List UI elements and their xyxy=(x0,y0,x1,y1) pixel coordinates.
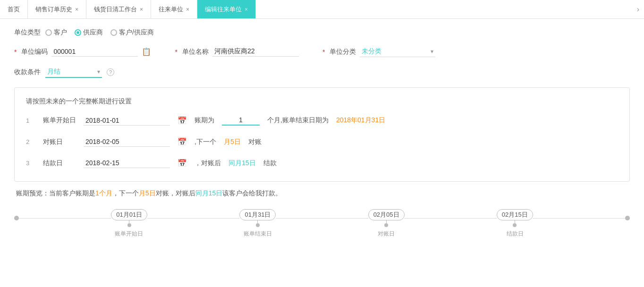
payment-terms-value: 月结 xyxy=(47,68,94,76)
tab-sales-order-history-close[interactable]: × xyxy=(75,6,78,13)
unit-category-label: 单位分类 xyxy=(330,48,356,56)
period-months-input[interactable] xyxy=(222,115,260,126)
period-desc-prefix-2: ,下一个 xyxy=(195,138,216,146)
radio-customer-circle xyxy=(45,29,52,36)
tab-edit-partner-label: 编辑往来单位 xyxy=(205,5,242,14)
radio-customer-label: 客户 xyxy=(54,28,67,37)
period-desc-suffix-3: 结款 xyxy=(263,159,277,168)
payment-terms-label: 收款条件 xyxy=(14,68,41,76)
unit-name-label: 单位名称 xyxy=(182,48,209,56)
timeline-dot-1 xyxy=(127,223,131,227)
timeline-seg-3 xyxy=(405,218,497,219)
timeline-dot-2 xyxy=(256,223,260,227)
period-desc-suffix-2: 对账 xyxy=(248,138,262,146)
unit-code-field: * 单位编码 📋 xyxy=(14,47,151,57)
timeline-pill-4: 02月15日 xyxy=(497,209,533,220)
timeline-sublabel-3: 对账日 xyxy=(367,230,405,238)
radio-supplier-circle xyxy=(75,29,81,36)
period-num-2: 2 xyxy=(26,138,35,145)
tab-home-label: 首页 xyxy=(8,5,20,14)
timeline-dot-3 xyxy=(384,223,388,227)
tab-cash-daily[interactable]: 钱货日清工作台 × xyxy=(86,0,151,18)
tab-sales-order-history[interactable]: 销售订单历史 × xyxy=(28,0,86,18)
period-date-1[interactable] xyxy=(84,116,170,126)
timeline-seg-4 xyxy=(533,218,625,219)
radio-customer[interactable]: 客户 xyxy=(45,28,67,37)
radio-both-label: 客户/供应商 xyxy=(119,28,154,37)
period-label-3: 结款日 xyxy=(43,159,76,168)
calendar-icon-2[interactable]: 📅 xyxy=(178,137,187,146)
unit-type-row: 单位类型 客户 供应商 客户/供应商 xyxy=(14,28,630,37)
preview-highlight2: 月5日 xyxy=(139,189,156,197)
unit-type-label: 单位类型 xyxy=(14,28,41,37)
period-desc-prefix-3: ，对账后 xyxy=(195,159,221,168)
period-row-3: 3 结款日 📅 ，对账后 同月15日 结款 xyxy=(26,158,618,168)
radio-both-circle xyxy=(110,29,117,36)
preview-prefix: 账期预览：当前客户账期是 xyxy=(16,189,95,197)
timeline-seg-0 xyxy=(19,218,111,219)
calendar-icon-3[interactable]: 📅 xyxy=(178,159,187,168)
preview-text: 账期预览：当前客户账期是1个月，下一个月5日对账，对账后同月15日该客户会给我打… xyxy=(14,189,630,198)
tab-partner-units[interactable]: 往来单位 × xyxy=(151,0,197,18)
payment-terms-select[interactable]: 月结 ▾ xyxy=(45,67,102,78)
tab-home[interactable]: 首页 xyxy=(0,0,28,18)
calendar-icon-1[interactable]: 📅 xyxy=(178,116,187,125)
period-desc-highlight-3: 同月15日 xyxy=(229,159,256,168)
unit-type-radio-group: 客户 供应商 客户/供应商 xyxy=(45,28,154,37)
timeline-end-dot xyxy=(625,216,630,220)
main-content: 单位类型 客户 供应商 客户/供应商 * 单位编码 📋 xyxy=(0,19,644,287)
timeline-start-dot xyxy=(14,216,19,220)
timeline-sublabel-4: 结款日 xyxy=(496,230,534,238)
timeline-pill-2: 01月31日 xyxy=(239,209,276,220)
timeline-sublabel-2: 账单结束日 xyxy=(239,230,277,238)
timeline-node-4: 02月15日 xyxy=(497,209,533,227)
timeline-node-3: 02月05日 xyxy=(368,209,405,227)
timeline-sublabel-1: 账单开始日 xyxy=(110,230,148,238)
radio-supplier-dot xyxy=(76,31,79,34)
radio-supplier-label: 供应商 xyxy=(83,28,103,37)
preview-mid1: ，下一个 xyxy=(112,189,139,197)
unit-category-star: * xyxy=(322,48,325,56)
period-row-1: 1 账单开始日 📅 账期为 个月,账单结束日期为 2018年01月31日 xyxy=(26,115,618,126)
unit-code-input[interactable] xyxy=(51,47,138,57)
unit-name-input[interactable] xyxy=(212,47,299,57)
period-date-3[interactable] xyxy=(84,158,170,168)
period-suffix-1: 个月,账单结束日期为 xyxy=(267,116,329,125)
radio-supplier[interactable]: 供应商 xyxy=(75,28,103,37)
tab-edit-partner-close[interactable]: × xyxy=(245,6,248,13)
tabs-more-arrow[interactable]: › xyxy=(632,0,644,18)
radio-both[interactable]: 客户/供应商 xyxy=(110,28,154,37)
unit-name-star: * xyxy=(175,48,177,56)
payment-terms-help-icon[interactable]: ? xyxy=(107,68,114,76)
period-prefix-1: 账期为 xyxy=(195,116,214,125)
preview-highlight3: 同月15日 xyxy=(195,189,223,197)
period-num-1: 1 xyxy=(26,117,35,124)
tab-cash-daily-close[interactable]: × xyxy=(140,6,143,13)
tab-partner-units-close[interactable]: × xyxy=(186,6,189,13)
unit-code-star: * xyxy=(14,48,17,56)
period-num-3: 3 xyxy=(26,160,35,167)
preview-suffix: 该客户会给我打款。 xyxy=(222,189,282,197)
unit-category-chevron: ▾ xyxy=(431,48,433,55)
timeline-sublabels: 账单开始日 账单结束日 对账日 结款日 xyxy=(14,230,630,238)
tab-partner-units-label: 往来单位 xyxy=(159,5,183,14)
unit-category-select[interactable]: 未分类 ▾ xyxy=(360,46,435,57)
period-settings-box: 请按照未来的一个完整帐期进行设置 1 账单开始日 📅 账期为 个月,账单结束日期… xyxy=(14,87,630,182)
tab-sales-order-history-label: 销售订单历史 xyxy=(35,5,72,14)
timeline-pill-3: 02月05日 xyxy=(368,209,405,220)
timeline-seg-1 xyxy=(147,218,239,219)
tab-edit-partner[interactable]: 编辑往来单位 × xyxy=(197,0,256,18)
period-label-2: 对账日 xyxy=(43,138,76,146)
period-date-2[interactable] xyxy=(84,137,170,147)
period-row-2: 2 对账日 📅 ,下一个月5日 对账 xyxy=(26,137,618,147)
timeline-node-1: 01月01日 xyxy=(111,209,147,227)
unit-code-icon[interactable]: 📋 xyxy=(142,47,151,56)
period-desc-highlight-2: 月5日 xyxy=(224,138,241,146)
unit-category-value: 未分类 xyxy=(362,47,428,56)
timeline-container: 01月01日 01月31日 02月05日 xyxy=(14,209,630,238)
preview-highlight1: 1个月 xyxy=(95,189,112,197)
timeline-seg-2 xyxy=(276,218,368,219)
unit-code-label: 单位编码 xyxy=(21,48,48,56)
unit-category-field: * 单位分类 未分类 ▾ xyxy=(322,46,435,57)
timeline-node-2: 01月31日 xyxy=(239,209,276,227)
